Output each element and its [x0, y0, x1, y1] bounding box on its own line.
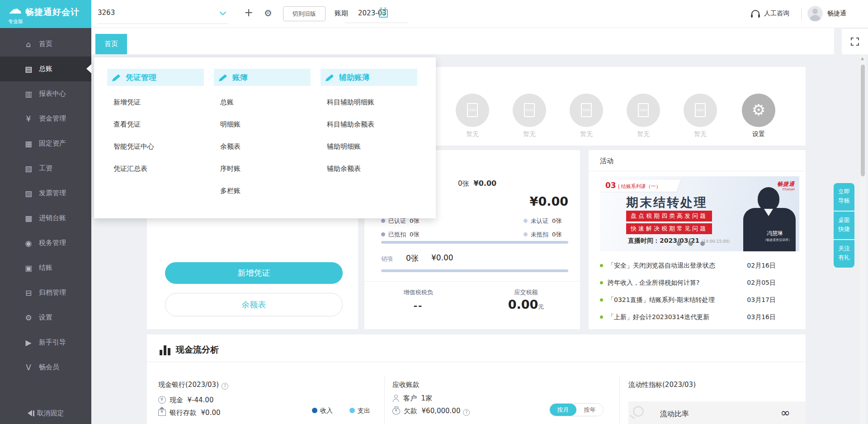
customer-label: 客户: [403, 394, 417, 402]
account-set-selector[interactable]: 3263: [98, 9, 115, 17]
pen-icon: [218, 72, 228, 82]
sidebar-item-funds[interactable]: ¥资金管理: [0, 106, 91, 131]
dropdown-column-vouchers: 凭证管理 新增凭证 查看凭证 智能凭证中心 凭证汇总表: [107, 69, 204, 180]
sidebar-item-closing[interactable]: ▣结账: [0, 255, 91, 280]
menu-item-view-voucher[interactable]: 查看凭证: [107, 113, 204, 136]
quick-settings-button[interactable]: ⚙: [742, 94, 775, 127]
help-icon[interactable]: ?: [222, 383, 228, 390]
invoice-icon: ▨: [23, 189, 34, 198]
sidebar-item-payroll[interactable]: ▧工资: [0, 156, 91, 181]
output-amount: ¥0.00: [431, 253, 453, 262]
payroll-icon: ▧: [23, 164, 34, 173]
income-dot-icon: [312, 408, 317, 413]
sidebar-item-archive[interactable]: ⊟归档管理: [0, 280, 91, 305]
menu-item-smart-voucher-center[interactable]: 智能凭证中心: [107, 136, 204, 158]
quick-slot-4[interactable]: icon: [627, 94, 660, 127]
speaker-photo: 冯慧琳 （畅捷通资深讲师）: [741, 177, 798, 251]
sidebar-item-label: 报表中心: [39, 90, 66, 98]
menu-item-general-ledger[interactable]: 总账: [214, 91, 311, 113]
sidebar-item-home[interactable]: ⌂首页: [0, 32, 91, 57]
collapse-bar-icon: [33, 410, 34, 416]
sidebar-item-purchase-sales[interactable]: ▩进销台账: [0, 206, 91, 231]
scrollbar-thumb[interactable]: [861, 65, 865, 176]
quick-slot-2[interactable]: icon: [513, 94, 546, 127]
import-accounts-button[interactable]: 立即导账: [834, 183, 854, 211]
menu-item-new-voucher[interactable]: 新增凭证: [107, 91, 204, 113]
button-line: 桌面: [838, 217, 850, 223]
sidebar-item-label: 畅会员: [39, 363, 59, 372]
sidebar-item-invoices[interactable]: ▨发票管理: [0, 181, 91, 206]
section-divider: [384, 376, 385, 424]
activity-list: 「安全」关闭浏览器自动退出登录状态02月16日 跨年收入，企业所得税如何计算?0…: [589, 257, 806, 325]
bullet-icon: [524, 219, 528, 223]
speaker-head: [758, 187, 779, 211]
bullet-icon: [524, 232, 528, 236]
menu-item-voucher-summary[interactable]: 凭证汇总表: [107, 158, 204, 180]
sidebar-item-settings[interactable]: ⚙设置: [0, 305, 91, 330]
menu-item-aux-detail-ledger[interactable]: 科目辅助明细账: [321, 91, 417, 113]
chevron-down-icon[interactable]: [220, 9, 226, 15]
calendar-icon[interactable]: [379, 9, 388, 18]
stat-undeducted: 未抵扣0张: [524, 231, 561, 239]
sidebar-item-membership[interactable]: Ⅴ畅会员: [0, 355, 91, 380]
sidebar-item-reports[interactable]: ▥报表中心: [0, 81, 91, 106]
support-link[interactable]: 人工咨询: [764, 9, 789, 18]
menu-item-aux-balance-table[interactable]: 科目辅助余额表: [321, 113, 417, 136]
toggle-year[interactable]: 按年: [576, 404, 603, 416]
tab-home[interactable]: 首页: [95, 34, 127, 54]
account-underline: [97, 24, 228, 24]
activity-banner[interactable]: 03| 结账系列课（一） 畅捷通Chanjet 冯慧琳 （畅捷通资深讲师） 期末…: [600, 176, 799, 251]
toggle-month[interactable]: 按月: [550, 404, 576, 416]
help-icon[interactable]: ?: [463, 409, 470, 416]
sidebar-item-general-ledger[interactable]: ▤总账: [0, 57, 91, 81]
gear-icon[interactable]: ⚙: [264, 8, 272, 19]
username[interactable]: 畅捷通: [827, 9, 846, 18]
sidebar-item-guide[interactable]: ▶新手引导: [0, 330, 91, 355]
output-progress-bar: [381, 269, 568, 272]
quick-slot-5[interactable]: icon: [684, 94, 717, 127]
balance-table-button[interactable]: 余额表: [165, 293, 343, 316]
menu-item-multi-column[interactable]: 多栏账: [214, 180, 311, 202]
quick-settings-label: 设置: [742, 130, 775, 138]
follow-gift-button[interactable]: 关注有礼: [834, 240, 854, 268]
sidebar-item-tax[interactable]: ◉税务管理: [0, 231, 91, 255]
placeholder-icon: icon: [695, 103, 706, 117]
membership-icon: Ⅴ: [23, 363, 34, 372]
output-count: 0张: [406, 253, 419, 264]
banner-line-2: 快速解决税期常见问题: [626, 223, 712, 234]
stat-uncertified: 未认证0张: [524, 217, 561, 225]
menu-item-journal[interactable]: 序时账: [214, 158, 311, 180]
carousel-dot[interactable]: [689, 241, 693, 246]
funds-icon: ¥: [23, 114, 34, 123]
sidebar-menu: ⌂首页 ▤总账 ▥报表中心 ¥资金管理 ▦固定资产 ▧工资 ▨发票管理 ▩进销台…: [0, 28, 91, 380]
dropdown-header: 辅助账薄: [321, 69, 417, 86]
ledger-icon: ▤: [23, 65, 34, 74]
legend-income-label: 收入: [320, 407, 333, 414]
fullscreen-box[interactable]: [842, 29, 868, 54]
unpin-sidebar-button[interactable]: 取消固定: [0, 409, 91, 418]
activity-item[interactable]: 「安全」关闭浏览器自动退出登录状态02月16日: [589, 257, 806, 274]
unpin-label: 取消固定: [37, 409, 64, 417]
legend-expense-label: 支出: [358, 407, 370, 414]
quick-slot-1[interactable]: icon: [456, 94, 489, 127]
switch-old-version-button[interactable]: 切到旧版: [283, 6, 326, 21]
activity-item[interactable]: 「0321直播」结账系列-期末结转处理03月17日: [589, 291, 806, 308]
activity-item[interactable]: 跨年收入，企业所得税如何计算?02月05日: [589, 274, 806, 291]
new-voucher-button[interactable]: 新增凭证: [165, 262, 343, 284]
add-icon[interactable]: +: [244, 6, 253, 19]
ledger-dropdown-menu: 凭证管理 新增凭证 查看凭证 智能凭证中心 凭证汇总表 账簿 总账 明细账 余额…: [94, 57, 436, 218]
menu-item-detail-ledger[interactable]: 明细账: [214, 113, 311, 136]
carousel-dot[interactable]: [700, 241, 705, 246]
customer-icon: [392, 395, 400, 402]
carousel-dot[interactable]: [677, 241, 681, 246]
activity-item[interactable]: 「上新」好会计20230314迭代更新03月16日: [589, 308, 806, 325]
quick-slot-3[interactable]: icon: [570, 94, 603, 127]
sidebar-item-fixed-assets[interactable]: ▦固定资产: [0, 131, 91, 156]
desktop-shortcut-button[interactable]: 桌面快捷: [834, 212, 854, 239]
scrollbar-up-icon[interactable]: ▲: [861, 56, 864, 61]
menu-item-auxiliary-detail[interactable]: 辅助明细账: [321, 136, 417, 158]
avatar[interactable]: [807, 6, 823, 21]
menu-item-balance-table[interactable]: 余额表: [214, 136, 311, 158]
series-name: | 结账系列课（一）: [618, 184, 661, 189]
menu-item-auxiliary-balance[interactable]: 辅助余额表: [321, 158, 417, 180]
